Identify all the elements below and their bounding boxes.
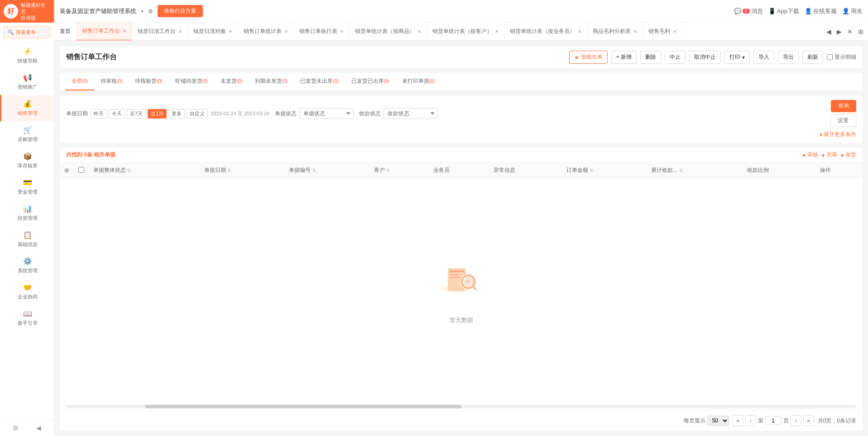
cancel-stop-button[interactable]: 取消中止	[689, 51, 721, 64]
sort-icon[interactable]: ⇅	[127, 168, 131, 173]
dropdown-icon[interactable]: ▾	[141, 8, 144, 14]
pagination: 每页显示 50 « ‹ 第 页 › » 共0页，0条记录	[60, 410, 863, 431]
sidebar-item-marketing[interactable]: 📢 营销推广	[0, 69, 54, 95]
tab-home[interactable]: 首页	[54, 23, 77, 41]
show-detail-label[interactable]: 显示明细	[827, 53, 856, 61]
sort-icon[interactable]: ⇅	[227, 168, 231, 173]
sidebar-item-cooperation[interactable]: 🤝 企业协同	[0, 279, 54, 305]
show-detail-checkbox[interactable]	[827, 54, 833, 60]
tab-sales-order-stats[interactable]: 销售订单统计表 ✕	[238, 23, 294, 41]
tab-sales-order-workbench[interactable]: 销售订单工作台 ✕	[77, 23, 132, 41]
sub-tab-expired-not-shipped[interactable]: 到期未发货(0)	[249, 73, 294, 90]
sub-tab-all[interactable]: 全部(0)	[65, 73, 94, 90]
query-button[interactable]: 查询	[831, 100, 856, 112]
review-action-button[interactable]: ● 审核	[802, 151, 818, 159]
first-page-button[interactable]: «	[733, 415, 743, 426]
sidebar-search[interactable]: 🔍 搜索菜单	[0, 23, 54, 43]
date-btn-custom[interactable]: 自定义	[187, 109, 208, 118]
print-button[interactable]: 打印 ▾	[724, 51, 750, 64]
trial-button[interactable]: 体验行业方案	[158, 5, 203, 17]
date-btn-yesterday[interactable]: 昨天	[91, 109, 107, 118]
stop-button[interactable]: 中止	[665, 51, 686, 64]
sidebar-item-quick-nav[interactable]: ⚡ 快捷导航	[0, 43, 54, 69]
smart-create-button[interactable]: ★ 智能生单	[569, 51, 608, 64]
sub-tab-not-printed[interactable]: 未打印单据(0)	[396, 73, 441, 90]
tab-sales-stats-staff[interactable]: 销货单统计表（按业务员） ✕	[504, 23, 587, 41]
tab-prev-button[interactable]: ◀	[825, 27, 833, 36]
user-menu-button[interactable]: 👤 用友	[842, 7, 863, 15]
sidebar-item-finance[interactable]: 💳 资金管理	[0, 174, 54, 200]
tab-cash-daily[interactable]: 钱货日清工作台 ✕	[132, 23, 188, 41]
tab-gross-margin[interactable]: 商品毛利分析表 ✕	[587, 23, 643, 41]
tab-sales-order-exec[interactable]: 销售订单执行表 ✕	[294, 23, 350, 41]
tab-close-icon[interactable]: ✕	[633, 29, 637, 34]
sub-tab-pending-inspect[interactable]: 待拣验货(0)	[129, 73, 168, 90]
search-menu-button[interactable]: 🔍 搜索菜单	[4, 26, 50, 38]
tab-close-icon[interactable]: ✕	[284, 29, 288, 34]
sidebar-item-basic-info[interactable]: 📋 基础信息	[0, 226, 54, 252]
settings-icon[interactable]: ⚙	[148, 8, 153, 14]
select-all-checkbox[interactable]	[78, 167, 84, 173]
tab-close-icon[interactable]: ✕	[673, 29, 676, 34]
tab-sales-stats-customer[interactable]: 销货单统计表（按客户） ✕	[427, 23, 504, 41]
page-size-select[interactable]: 50	[707, 416, 729, 426]
app-download-button[interactable]: 📱 App下载	[768, 7, 799, 15]
sidebar-item-operations[interactable]: 📊 经营管理	[0, 200, 54, 226]
sidebar-collapse-button[interactable]: ◀	[36, 424, 41, 431]
sub-tab-wangpu-pending[interactable]: 旺铺待发货(0)	[169, 73, 214, 90]
sort-icon[interactable]: ⇅	[312, 168, 316, 173]
tab-sales-profit[interactable]: 销售毛利 ✕	[643, 23, 682, 41]
sidebar-settings-button[interactable]: ⚙	[13, 424, 19, 431]
expand-conditions-button[interactable]: ▾ 展开更多条件	[820, 131, 856, 138]
page-number-input[interactable]	[765, 416, 782, 425]
tab-close-all-button[interactable]: ✕	[845, 27, 854, 36]
date-btn-today[interactable]: 今天	[109, 109, 125, 118]
tab-close-icon[interactable]: ✕	[578, 29, 581, 34]
ship-action-button[interactable]: ● 发货	[841, 151, 856, 159]
sort-icon[interactable]: ⇅	[590, 168, 593, 173]
tab-close-icon[interactable]: ✕	[229, 29, 232, 34]
delete-button[interactable]: 删除	[640, 51, 661, 64]
date-btn-7days[interactable]: 近7天	[127, 109, 146, 118]
online-service-button[interactable]: 👤 在线客服	[805, 7, 837, 15]
tab-sales-stats-product[interactable]: 销货单统计表（按商品） ✕	[350, 23, 427, 41]
payment-select[interactable]: 收款状态	[384, 108, 438, 119]
sub-tab-pending-review[interactable]: 待审核(0)	[94, 73, 129, 90]
add-button[interactable]: + 新增	[611, 51, 637, 64]
sidebar-item-inventory[interactable]: 📦 库存核算	[0, 147, 54, 174]
col-checkbox[interactable]	[74, 163, 89, 178]
tab-close-icon[interactable]: ✕	[340, 29, 344, 34]
refresh-button[interactable]: 刷新	[802, 51, 823, 64]
message-button[interactable]: 💬 6 消息	[734, 7, 763, 15]
sidebar-item-guide[interactable]: 📖 新手引导	[0, 305, 54, 331]
sub-tab-shipped-not-out[interactable]: 已发货未出库(0)	[294, 73, 345, 90]
tab-next-button[interactable]: ▶	[835, 27, 844, 36]
next-page-button[interactable]: ›	[791, 415, 801, 426]
status-select[interactable]: 单据状态	[299, 108, 354, 119]
tab-close-icon[interactable]: ✕	[178, 29, 182, 34]
scroll-thumb[interactable]	[145, 405, 461, 408]
sidebar-item-purchase[interactable]: 🛒 采购管理	[0, 121, 54, 147]
sort-icon[interactable]: ⇅	[679, 168, 683, 173]
import-button[interactable]: 导入	[753, 51, 774, 64]
sidebar-item-system[interactable]: ⚙️ 系统管理	[0, 252, 54, 279]
export-button[interactable]: 导出	[778, 51, 799, 64]
tab-cash-reconcile[interactable]: 钱货日清对账 ✕	[188, 23, 238, 41]
cooperation-icon: 🤝	[23, 283, 32, 292]
filter-settings-button[interactable]: 设置	[830, 114, 856, 127]
sidebar-item-sales[interactable]: 💰 销售管理	[0, 95, 54, 121]
sub-tab-shipped-out[interactable]: 已发货已出库(0)	[345, 73, 396, 90]
last-page-button[interactable]: »	[803, 415, 814, 426]
withdraw-action-button[interactable]: ● 充审	[822, 151, 837, 159]
tab-close-icon[interactable]: ✕	[417, 29, 421, 34]
date-btn-more[interactable]: 更多	[168, 109, 185, 118]
sort-icon[interactable]: ⇅	[386, 168, 390, 173]
tab-close-icon[interactable]: ✕	[495, 29, 499, 34]
tab-maximize-button[interactable]: ⊞	[856, 27, 865, 36]
main-content: 装备及固定资产辅助管理系统 ▾ ⚙ 体验行业方案 💬 6 消息 📱 App下载 …	[54, 0, 868, 436]
horizontal-scrollbar[interactable]	[66, 405, 856, 408]
prev-page-button[interactable]: ‹	[745, 415, 756, 426]
tab-close-icon[interactable]: ✕	[123, 28, 126, 33]
sub-tab-not-shipped[interactable]: 未发货(0)	[214, 73, 249, 90]
date-btn-1month[interactable]: 近1月	[148, 109, 167, 118]
